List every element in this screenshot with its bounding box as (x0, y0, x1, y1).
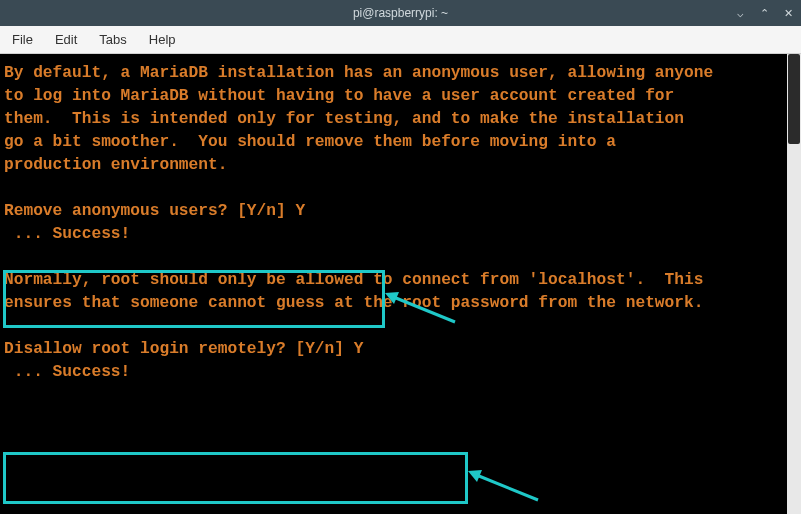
menubar: File Edit Tabs Help (0, 26, 801, 54)
menu-file[interactable]: File (8, 30, 37, 49)
terminal-line: them. This is intended only for testing,… (4, 110, 684, 128)
close-button[interactable]: ✕ (781, 6, 795, 20)
terminal-line: go a bit smoother. You should remove the… (4, 133, 616, 151)
terminal-area[interactable]: By default, a MariaDB installation has a… (0, 54, 801, 514)
terminal-line: ... Success! (4, 225, 130, 243)
terminal-line: to log into MariaDB without having to ha… (4, 87, 674, 105)
scrollbar-track[interactable] (787, 54, 801, 514)
window-controls: ⌵ ⌃ ✕ (733, 6, 795, 20)
terminal-line: ensures that someone cannot guess at the… (4, 294, 703, 312)
menu-help[interactable]: Help (145, 30, 180, 49)
terminal-line: Disallow root login remotely? [Y/n] Y (4, 340, 363, 358)
window-title: pi@raspberrypi: ~ (353, 6, 448, 20)
titlebar: pi@raspberrypi: ~ ⌵ ⌃ ✕ (0, 0, 801, 26)
terminal-line: Remove anonymous users? [Y/n] Y (4, 202, 305, 220)
terminal-output: By default, a MariaDB installation has a… (0, 54, 787, 514)
terminal-line: Normally, root should only be allowed to… (4, 271, 703, 289)
menu-tabs[interactable]: Tabs (95, 30, 130, 49)
terminal-line: production environment. (4, 156, 227, 174)
terminal-line: ... Success! (4, 363, 130, 381)
minimize-button[interactable]: ⌵ (733, 6, 747, 20)
terminal-line: By default, a MariaDB installation has a… (4, 64, 713, 82)
scrollbar-thumb[interactable] (788, 54, 800, 144)
maximize-button[interactable]: ⌃ (757, 6, 771, 20)
menu-edit[interactable]: Edit (51, 30, 81, 49)
